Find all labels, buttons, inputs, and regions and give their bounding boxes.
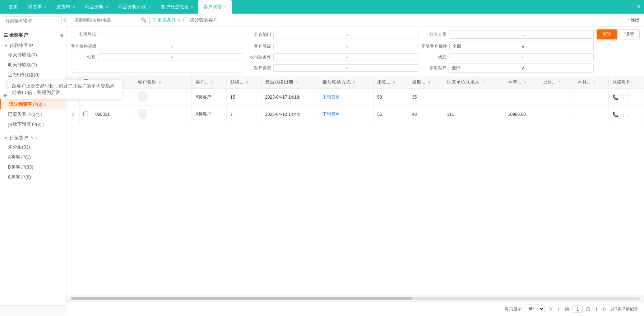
sidebar-item-a-class[interactable]: A类客户(1) [0,152,66,162]
sort-name-icon[interactable]: ⇅ [158,80,161,84]
cust-grade-input[interactable]: ∨ [273,43,418,50]
export-button[interactable]: ↑ 导出 [627,17,640,23]
nav-purchase[interactable]: 进货单 × [51,0,80,14]
close-sales-icon[interactable]: × [44,5,46,9]
sidebar-group-pending[interactable]: ▼ 待联络客户 [0,41,66,50]
retail-attr-select[interactable]: 全部 ∨ [449,42,594,51]
close-purchase-icon[interactable]: × [73,5,75,9]
sidebar-item-loss-warning[interactable]: 流失预警客户(3) ℹ [0,99,66,109]
cust-type-input[interactable]: ∨ [273,64,418,72]
sidebar-search-icon[interactable]: 🔍 [63,18,66,24]
customer-table: ⚙ 客户编码 ⇅ 客户名称 ⇅ [66,76,644,123]
query-button[interactable]: 查询 [597,29,617,39]
next-page-button[interactable]: ⟩ [594,306,599,312]
row2-name [134,106,191,123]
sidebar-item-lost[interactable]: 已流失客户(24) ℹ [0,109,66,119]
edit-icon[interactable]: ✎ [31,136,34,140]
row2-grade: A类客户 [192,106,227,123]
row1-phone-icon[interactable]: 📞 [612,94,618,100]
sort-last-method-icon[interactable]: ⇅ [353,80,356,84]
close-product-list-icon[interactable]: × [148,5,150,9]
row2-overdue: 48 [408,106,443,123]
manager-label: 分管人员 [421,32,446,38]
per-page-select[interactable]: 50 100 200 [525,305,545,313]
row2-last-date: 2023-04-12 14:44: [261,106,319,123]
sidebar-root-all-customers[interactable]: ☰ 全部客户 ◀ [0,30,66,41]
horizontal-scrollbar[interactable] [66,296,644,301]
sort-last-date-icon[interactable]: ⇅ [295,80,298,84]
last-page-button[interactable]: ⟩⟩ [601,306,608,312]
sort-current-month-icon[interactable]: ⇅ [593,80,596,84]
filter-row-2: 客户价格等级 ∨ 客户等级 ∨ 零散客户属性 全部 [71,42,640,51]
row2-last-method[interactable]: 下销货单 [319,106,373,123]
my-customers-checkbox[interactable] [184,18,188,22]
prev-page-button[interactable]: ⟨ [556,306,561,312]
manager-input[interactable]: … [449,30,594,39]
sidebar-item-7day-pending[interactable]: 近7天待联络(0) [0,70,66,80]
window-close-button[interactable]: × [636,3,640,11]
row2-select-checkbox[interactable] [83,112,88,116]
dept-label: 分管部门 [246,32,271,38]
main-layout: 🔍 ☰ 全部客户 ◀ ▼ 待联络客户 今天待联络(0) 明天待联络(1) 近7天… [0,14,644,316]
dept-input[interactable]: ∨ [273,31,418,38]
scroll-thumb[interactable] [71,297,412,300]
sort-contact-count-icon[interactable]: ⇅ [246,80,249,84]
top-nav: 首页 销货单 × 进货单 × 商品分析 × 商品分析列表 × 客户分层经营 × … [0,0,644,14]
nature-input[interactable]: ∨ [98,53,243,61]
cust-type-dropdown-icon: ∨ [346,66,415,70]
phone-input[interactable] [98,33,243,36]
more-conditions-button[interactable]: ▽ 更多条件 ∧ [153,17,181,23]
sidebar-item-c-class[interactable]: C类客户(6) [0,172,66,182]
row2-more-icon[interactable]: ⋮⋮ [621,112,631,117]
settings-button[interactable]: 设置 [620,29,640,39]
nature-dropdown-icon: ∨ [171,55,240,59]
sidebar-item-declining[interactable]: 持续下滑客户(2) ℹ [0,119,66,129]
sidebar-item-ungrouped[interactable]: 未分组(32) [0,142,66,152]
th-overdue: 逾期... ⇅ [408,76,443,89]
nav-home[interactable]: 首页 [4,0,23,14]
sidebar-item-today-pending[interactable]: 今天待联络(0) [0,50,66,60]
nav-product-analysis[interactable]: 商品分析 × [80,0,113,14]
status-dropdown-icon: ∨ [521,55,590,59]
info-icon-loss[interactable]: ℹ [44,103,46,107]
search-input[interactable] [74,18,141,23]
nav-product-list[interactable]: 商品分析列表 × [113,0,156,14]
info-icon-lost[interactable]: ℹ [41,113,42,117]
manager-more-icon[interactable]: … [521,32,590,37]
sort-year-icon[interactable]: ⇅ [523,80,526,84]
current-page-input[interactable]: 1 [573,305,583,313]
nav-customer-tier[interactable]: 客户分层经营 × [156,0,198,14]
nav-customer-contact[interactable]: 客户联络 × [198,0,231,14]
abnormal-tooltip: 距客户上次交易时长，超过了此客户的平均交易周期的1.5倍，则视为异常。 [7,80,122,99]
sort-last-month-icon[interactable]: ⇅ [558,80,561,84]
sort-grade-icon[interactable]: ⇅ [211,80,214,84]
close-customer-tier-icon[interactable]: × [191,5,193,9]
payment-input[interactable]: ∨ [273,53,418,61]
sort-overdue-icon[interactable]: ⇅ [427,80,430,84]
retail-cust-select[interactable]: 全部 ∨ [449,63,594,73]
status-label: 状态 [421,54,446,60]
close-customer-contact-icon[interactable]: × [224,5,226,9]
sidebar-group-value[interactable]: ▼ 价值客户 ✎ ⊕ [0,133,66,142]
extra-input[interactable]: … [71,64,243,72]
search-filter-icon[interactable]: 🔍 [141,17,147,23]
sidebar-item-b-class[interactable]: B类客户(33) [0,162,66,172]
row1-last-method[interactable]: 下销货单 [319,89,373,106]
price-grade-input[interactable]: ∨ [99,43,243,50]
sidebar-item-tomorrow-pending[interactable]: 明天待联络(1) [0,60,66,70]
add-group-icon[interactable]: ⊕ [35,136,38,140]
row2-phone-icon[interactable]: 📞 [612,112,618,117]
info-icon-declining[interactable]: ℹ [43,123,45,127]
first-page-button[interactable]: ⟨⟨ [547,306,555,312]
nav-sales[interactable]: 销货单 × [23,0,51,14]
status-input[interactable]: ∨ [449,53,594,61]
my-customers-toggle[interactable]: 我分管的客户 [184,17,218,23]
filter-form: 电话号码 分管部门 ∨ 分管人员 … [66,27,644,76]
sort-uncontact-icon[interactable]: ⇅ [393,80,395,84]
row1-more-icon[interactable]: ⋮⋮ [621,94,631,100]
retail-cust-label: 零散客户 [421,65,446,71]
sort-contact-person-icon[interactable]: ⇅ [482,80,485,84]
close-product-analysis-icon[interactable]: × [106,5,108,9]
sidebar-search-input[interactable] [3,16,62,25]
collapse-icon[interactable]: ◀ [60,33,62,38]
